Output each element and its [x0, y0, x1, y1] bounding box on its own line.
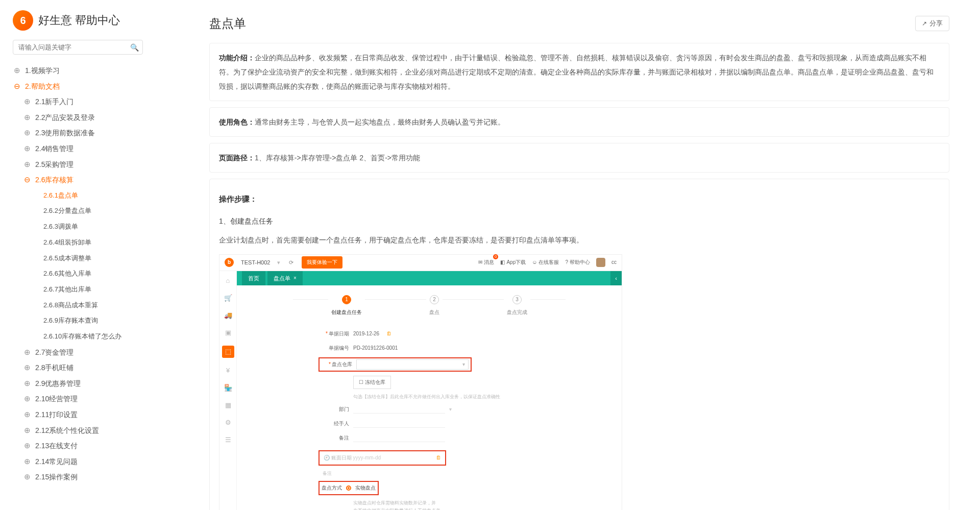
mock-service: ☺ 在线客服 [532, 257, 559, 268]
app-screenshot: b TEST-H002 ▾ ⟳ 我要体验一下 ✉ 消息 ◧ App下载 ☺ 在线… [219, 254, 622, 510]
plus-icon [23, 364, 31, 372]
role-label: 使用角色： [219, 118, 255, 126]
step1-desc: 企业计划盘点时，首先需要创建一个盘点任务，用于确定盘点仓库，仓库是否要冻结，是否… [219, 233, 940, 247]
mock-msg: ✉ 消息 [478, 257, 494, 268]
calendar-icon: 🗓 [436, 453, 441, 463]
steps-heading: 操作步骤： [219, 191, 940, 207]
nav-2-12[interactable]: 2.12系统个性化设置 [23, 423, 143, 439]
path-label: 页面路径： [219, 154, 255, 162]
nav-2-7[interactable]: 2.7资金管理 [23, 345, 143, 360]
brand-logo-icon: 6 [13, 10, 33, 31]
f-remark-label: 备注 [318, 433, 349, 443]
mock-wizard: 1创建盘点任务 2盘点 3盘点完成 [237, 285, 622, 321]
nav-2-4[interactable]: 2.4销售管理 [23, 141, 143, 157]
mock-try-button: 我要体验一下 [302, 256, 342, 269]
f-mode-hint2: 在系统中对商品实际数量进行人工核盘点单 [353, 507, 591, 510]
wiz-step-2: 2盘点 [426, 295, 443, 318]
nav-2-2[interactable]: 2.2产品安装及登录 [23, 110, 143, 126]
nav-2-13[interactable]: 2.13在线支付 [23, 438, 143, 454]
box-icon: ▣ [224, 328, 233, 337]
truck-icon: 🚚 [224, 311, 233, 320]
mock-tenant: TEST-H002 [241, 257, 270, 268]
wiz-step-3: 3盘点完成 [504, 295, 530, 318]
nav-2-8[interactable]: 2.8手机旺铺 [23, 360, 143, 376]
sidebar: 6 好生意 帮助中心 🔍 1.视频学习 2.帮助文档 2.1新手入门 2.2产品… [0, 0, 153, 510]
chevron-down-icon: ▾ [277, 257, 280, 268]
plus-icon [23, 426, 31, 434]
nav-2-3[interactable]: 2.3使用前数据准备 [23, 125, 143, 141]
nav-2-14[interactable]: 2.14常见问题 [23, 454, 143, 470]
f-mode-row: 盘点方式 实物盘点 [318, 481, 379, 495]
mock-rail: ⌂ 🛒 🚚 ▣ ⬚ ¥ 🏪 ▦ ⚙ ☰ [219, 271, 237, 510]
search-box: 🔍 [13, 40, 143, 55]
nav-2-6-1[interactable]: 2.6.1盘点单 [43, 188, 143, 204]
f-wh-select: ▾ [356, 359, 469, 370]
nav-2-15[interactable]: 2.15操作案例 [23, 469, 143, 485]
nav-2-6-2[interactable]: 2.6.2分量盘点单 [43, 203, 143, 219]
plus-icon [23, 473, 31, 481]
nav-2-6-8[interactable]: 2.6.8商品成本重算 [43, 298, 143, 313]
plus-icon [23, 457, 31, 466]
plus-icon [23, 379, 31, 387]
mock-user: cc [611, 257, 617, 268]
f-due-input: 🕘 账面日期 yyyy-mm-dd 🗓 [318, 450, 446, 466]
page-title: 盘点单 [209, 15, 246, 32]
plus-icon [13, 66, 21, 75]
card-intro: 功能介绍：企业的商品品种多、收发频繁，在日常商品收发、保管过程中，由于计量错误、… [209, 43, 949, 101]
money-icon: ¥ [224, 366, 233, 375]
list-icon: ☰ [224, 435, 233, 445]
f-due-hint: 备注 [323, 470, 591, 477]
plus-icon [23, 98, 31, 106]
minus-icon [13, 82, 21, 90]
nav-2-6-10[interactable]: 2.6.10库存账本错了怎么办 [43, 329, 143, 345]
plus-icon [23, 348, 31, 356]
nav-docs[interactable]: 2.帮助文档 [13, 79, 143, 94]
card-role: 使用角色：通常由财务主导，与仓管人员一起实地盘点，最终由财务人员确认盈亏并记账。 [209, 107, 949, 137]
nav-2-6-5[interactable]: 2.6.5成本调整单 [43, 251, 143, 266]
calendar-icon: 🗓 [386, 329, 391, 339]
wiz-step-1: 1创建盘点任务 [328, 295, 365, 318]
minus-icon [23, 176, 31, 184]
f-dept-label: 部门 [318, 404, 349, 415]
chevron-down-icon: ▾ [462, 359, 465, 370]
mock-form: *单据日期 2019-12-26 🗓 单据编号 PD-20191226-0001 [237, 321, 622, 510]
nav-2-6-6[interactable]: 2.6.6其他入库单 [43, 266, 143, 282]
nav-2-9[interactable]: 2.9优惠券管理 [23, 376, 143, 392]
plus-icon [23, 144, 31, 153]
plus-icon [23, 113, 31, 122]
mock-help: ? 帮助中心 [565, 257, 590, 268]
nav-2-10[interactable]: 2.10经营管理 [23, 391, 143, 407]
intro-text: 企业的商品品种多、收发频繁，在日常商品收发、保管过程中，由于计量错误、检验疏忽、… [219, 54, 934, 90]
nav-2-6-9[interactable]: 2.6.9库存账本查询 [43, 313, 143, 329]
plus-icon [23, 442, 31, 450]
nav-2-5[interactable]: 2.5采购管理 [23, 157, 143, 173]
nav-2-6-7[interactable]: 2.6.7其他出库单 [43, 282, 143, 298]
radio-icon [346, 485, 351, 491]
grid-icon: ▦ [224, 401, 233, 410]
f-freeze-hint: 勾选【冻结仓库】后此仓库不允许做任何出入库业务，以保证盘点准确性 [353, 393, 591, 400]
f-date-label: 单据日期 [329, 331, 349, 336]
f-mode-value: 实物盘点 [355, 483, 376, 493]
f-wh-label: 盘点仓库 [332, 361, 352, 367]
share-button[interactable]: 分享 [915, 16, 949, 31]
nav-2-1[interactable]: 2.1新手入门 [23, 94, 143, 110]
mock-tab-home: 首页 [242, 271, 265, 285]
main-content: 盘点单 分享 功能介绍：企业的商品品种多、收发频繁，在日常商品收发、保管过程中，… [153, 0, 980, 510]
f-person-label: 经手人 [318, 419, 349, 429]
mock-topbar: b TEST-H002 ▾ ⟳ 我要体验一下 ✉ 消息 ◧ App下载 ☺ 在线… [219, 255, 622, 271]
nav-video[interactable]: 1.视频学习 [13, 63, 143, 79]
mock-tabs: 首页 盘点单 ‹ [237, 271, 622, 285]
path-text: 1、库存核算->库存管理->盘点单 2、首页->常用功能 [255, 154, 420, 162]
f-mode-label: 盘点方式 [322, 483, 342, 493]
mock-tab-current: 盘点单 [267, 271, 303, 285]
step1-title: 1、创建盘点任务 [219, 214, 940, 228]
nav-2-11[interactable]: 2.11打印设置 [23, 407, 143, 423]
nav-2-6[interactable]: 2.6库存核算 [23, 172, 143, 188]
warehouse-icon: ⬚ [222, 346, 234, 358]
search-input[interactable] [13, 40, 143, 55]
intro-label: 功能介绍： [219, 54, 255, 62]
nav-2-6-3[interactable]: 2.6.3调拨单 [43, 219, 143, 235]
nav-2-6-4[interactable]: 2.6.4组装拆卸单 [43, 235, 143, 251]
f-no-label: 单据编号 [318, 343, 349, 353]
nav-tree: 1.视频学习 2.帮助文档 2.1新手入门 2.2产品安装及登录 2.3使用前数… [13, 63, 143, 485]
